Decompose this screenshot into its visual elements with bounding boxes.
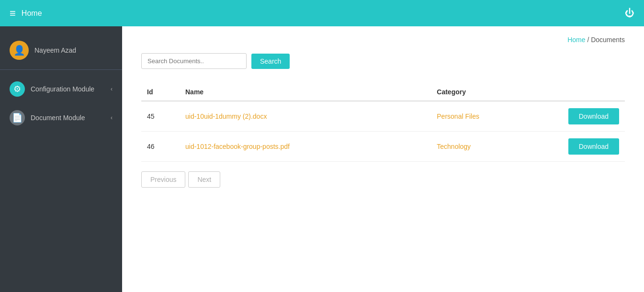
gear-icon: ⚙	[10, 81, 25, 97]
document-icon: 📄	[10, 110, 25, 125]
hamburger-icon[interactable]	[10, 7, 16, 20]
navbar-title: Home	[22, 9, 42, 18]
navbar: Home	[0, 0, 644, 26]
cell-category-0: Personal Files	[431, 101, 548, 132]
download-button-0[interactable]: Download	[568, 108, 619, 124]
main-content: Home / Documents Search Id Name Category…	[122, 26, 644, 292]
layout: 👤 Nayeem Azad ⚙ Configuration Module ‹ 📄…	[0, 26, 644, 292]
cell-id-1: 46	[141, 132, 180, 162]
chevron-icon-configuration: ‹	[111, 86, 113, 92]
col-header-name: Name	[180, 83, 431, 101]
col-header-category: Category	[431, 83, 548, 101]
col-header-id: Id	[141, 83, 180, 101]
table-row: 45 uid-10uid-1dummy (2).docx Personal Fi…	[141, 101, 625, 132]
sidebar: 👤 Nayeem Azad ⚙ Configuration Module ‹ 📄…	[0, 26, 122, 292]
search-input[interactable]	[141, 53, 247, 69]
col-header-action	[548, 83, 625, 101]
power-icon[interactable]	[625, 8, 634, 19]
sidebar-item-configuration[interactable]: ⚙ Configuration Module ‹	[0, 75, 122, 103]
breadcrumb: Home / Documents	[141, 36, 625, 44]
breadcrumb-separator: /	[587, 36, 589, 44]
cell-id-0: 45	[141, 101, 180, 132]
previous-button[interactable]: Previous	[141, 171, 185, 188]
username: Nayeem Azad	[34, 46, 76, 54]
search-button[interactable]: Search	[251, 54, 290, 69]
avatar: 👤	[10, 41, 29, 60]
breadcrumb-current: Documents	[591, 36, 625, 44]
download-button-1[interactable]: Download	[568, 138, 619, 155]
next-button[interactable]: Next	[188, 171, 220, 188]
navbar-left: Home	[10, 7, 42, 20]
avatar-icon: 👤	[13, 45, 25, 56]
chevron-icon-document: ‹	[111, 114, 113, 121]
breadcrumb-home[interactable]: Home	[567, 36, 585, 44]
cell-name-1: uid-1012-facebook-group-posts.pdf	[180, 132, 431, 162]
sidebar-user: 👤 Nayeem Azad	[0, 31, 122, 70]
documents-table: Id Name Category 45 uid-10uid-1dummy (2)…	[141, 83, 625, 162]
search-area: Search	[141, 53, 625, 69]
pagination: Previous Next	[141, 171, 625, 188]
sidebar-item-label-configuration: Configuration Module	[31, 85, 94, 93]
sidebar-item-label-document: Document Module	[31, 114, 85, 122]
table-row: 46 uid-1012-facebook-group-posts.pdf Tec…	[141, 132, 625, 162]
sidebar-item-document[interactable]: 📄 Document Module ‹	[0, 103, 122, 132]
cell-name-0: uid-10uid-1dummy (2).docx	[180, 101, 431, 132]
cell-category-1: Technology	[431, 132, 548, 162]
cell-action-0: Download	[548, 101, 625, 132]
cell-action-1: Download	[548, 132, 625, 162]
table-header-row: Id Name Category	[141, 83, 625, 101]
